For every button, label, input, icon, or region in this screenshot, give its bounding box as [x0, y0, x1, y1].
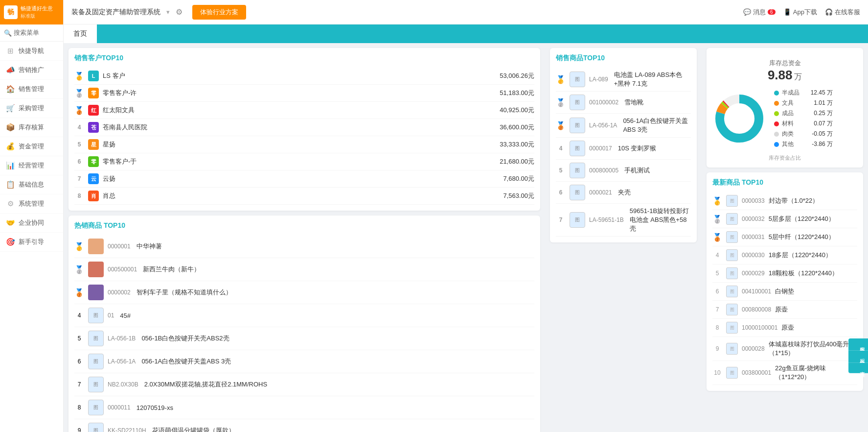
- nav-icon: 📋: [6, 180, 15, 189]
- customer-name: 肖总: [103, 192, 481, 200]
- legend-item: 其他 -3.86 万: [774, 140, 833, 148]
- legend-item: 半成品 12.45 万: [774, 89, 833, 97]
- messages-btn[interactable]: 💬 消息 6: [743, 8, 776, 17]
- legend-dot: [774, 91, 779, 96]
- product-code: 10000100001: [742, 324, 777, 331]
- product-thumb: 图: [726, 367, 738, 379]
- list-item: 🥈 000500001 新西兰牛肉（新牛）: [74, 258, 534, 281]
- app-download-btn[interactable]: 📱 App下载: [783, 8, 817, 17]
- product-name: 18颗粒板（1220*2440）: [769, 269, 857, 278]
- sidebar-item-采购管理[interactable]: 🛒采购管理: [0, 99, 63, 118]
- rank-number: 7: [74, 175, 84, 182]
- legend-dot: [774, 121, 779, 126]
- legend-label: 半成品: [782, 89, 808, 97]
- topbar-right: 💬 消息 6 📱 App下载 🎧 在线客服: [743, 8, 860, 17]
- rank-number: 7: [712, 306, 722, 313]
- sidebar-item-基础信息[interactable]: 📋基础信息: [0, 175, 63, 194]
- inventory-amount-display: 9.88 万: [712, 68, 857, 83]
- tab-home[interactable]: 首页: [64, 24, 97, 43]
- sidebar-logo: 畅 畅捷通好生意 标准版: [0, 0, 63, 24]
- topbar-dropdown-icon[interactable]: ▾: [166, 8, 170, 16]
- product-code: 000800005: [589, 167, 618, 174]
- product-code: NB2.0X30B: [108, 381, 138, 388]
- float-btn-客服热线[interactable]: 客服热线: [848, 338, 868, 351]
- sidebar-item-label: 营销推广: [19, 66, 44, 74]
- list-item: 🥉 图 LA-056-1A 056-1A白色按键开关盖ABS 3壳: [556, 114, 691, 138]
- list-item: 8 图 10000100001 原壶: [712, 319, 857, 337]
- sidebar-item-销售管理[interactable]: 🏠销售管理: [0, 80, 63, 99]
- medal-icon: 🥇: [74, 242, 84, 251]
- product-code: 0000021: [589, 189, 612, 196]
- float-btn-服务社区[interactable]: 服务社区: [848, 351, 868, 363]
- product-thumb: 图: [726, 195, 738, 207]
- customer-amount: 21,680.00元: [485, 157, 534, 166]
- hot-products-title: 热销商品 TOP10: [74, 221, 534, 230]
- topbar: 装备及固定资产辅助管理系统 ▾ ⚙ 体验行业方案 💬 消息 6 📱 App下载 …: [64, 0, 868, 24]
- product-code: 0000011: [108, 404, 131, 411]
- product-name: 5层中纤（1220*2440）: [769, 233, 857, 241]
- sidebar-item-系统管理[interactable]: ⚙系统管理: [0, 194, 63, 214]
- medal-icon: 🥇: [556, 75, 566, 84]
- medal-icon: 🥉: [556, 121, 566, 130]
- sidebar-item-label: 资金管理: [19, 142, 44, 151]
- product-code: 003800001: [742, 369, 771, 376]
- product-name: 体城嘉枝味苏打饮品400毫升（1*15）: [769, 340, 857, 358]
- rank-number: 6: [556, 189, 566, 196]
- sidebar-item-label: 基础信息: [19, 180, 44, 189]
- legend-dot: [774, 111, 779, 116]
- table-row: 🥉 红 红太阳文具 40,925.00元: [74, 102, 534, 119]
- product-thumb: [88, 285, 104, 300]
- main-area: 装备及固定资产辅助管理系统 ▾ ⚙ 体验行业方案 💬 消息 6 📱 App下载 …: [64, 0, 868, 432]
- topbar-settings-btn[interactable]: ⚙: [176, 7, 183, 17]
- sidebar-item-营销推广[interactable]: 📣营销推广: [0, 61, 63, 80]
- sidebar-item-label: 系统管理: [19, 199, 44, 208]
- sidebar-item-快捷导航[interactable]: ⊞快捷导航: [0, 42, 63, 61]
- legend-item: 文具 1.01 万: [774, 99, 833, 107]
- product-thumb: 图: [726, 304, 738, 315]
- product-thumb: 图: [88, 308, 104, 323]
- sidebar-item-资金管理[interactable]: 💰资金管理: [0, 137, 63, 156]
- rank-number: 6: [712, 288, 722, 295]
- sidebar-item-企业协同[interactable]: 🤝企业协同: [0, 214, 63, 233]
- list-item: 5 图 0000029 18颗粒板（1220*2440）: [712, 264, 857, 283]
- legend-label: 材料: [782, 120, 811, 128]
- newest-products-list: 🥇 图 0000033 封边带（1.0*22） 🥈 图 0000032 5层多层…: [712, 192, 857, 385]
- sidebar-search[interactable]: 🔍 搜索菜单: [0, 24, 63, 42]
- legend-label: 文具: [782, 99, 811, 107]
- rank-number: 9: [74, 427, 84, 432]
- list-item: 5 图 000800005 手机测试: [556, 160, 691, 182]
- rank-number: 9: [712, 345, 722, 352]
- list-item: 6 图 0000021 夹壳: [556, 182, 691, 204]
- legend-value: -3.86 万: [812, 140, 833, 148]
- customer-name: 星扬: [103, 140, 481, 149]
- trial-btn[interactable]: 体验行业方案: [192, 5, 246, 20]
- sidebar-item-经营管理[interactable]: 📊经营管理: [0, 156, 63, 175]
- customer-amount: 51,183.00元: [485, 89, 534, 97]
- inventory-total: 库存总资金 9.88 万: [712, 54, 857, 85]
- rank-number: 4: [712, 252, 722, 259]
- sidebar-item-label: 经营管理: [19, 161, 44, 170]
- list-item: 7 图 LA-59651-1B 59651-1B旋转投影灯电池盒 ABS黑色+5…: [556, 204, 691, 237]
- medal-icon: 🥉: [74, 288, 84, 297]
- sidebar-item-新手引导[interactable]: 🎯新手引导: [0, 233, 63, 252]
- online-service-btn[interactable]: 🎧 在线客服: [825, 8, 860, 17]
- rank-number: 5: [712, 270, 722, 277]
- sidebar-item-库存核算[interactable]: 📦库存核算: [0, 118, 63, 137]
- rank-number: 6: [74, 358, 84, 365]
- product-name: 10S 变刺罗猴: [618, 144, 691, 153]
- mid-products-list: 🥇 图 LA-089 电池盖 LA-089 ABS本色+黑种 7.1克 🥈 图 …: [556, 68, 691, 237]
- product-code: 0000033: [742, 197, 765, 204]
- float-btn-直播[interactable]: 直播: [848, 363, 868, 373]
- product-name: 056-1A白色按键开关盖ABS 3壳: [623, 117, 691, 134]
- product-thumb: 图: [570, 141, 585, 156]
- rank-number: 5: [74, 141, 84, 148]
- list-item: 4 图 0000030 18多层（1220*2440）: [712, 246, 857, 264]
- product-thumb: 图: [88, 423, 104, 432]
- legend-item: 材料 0.07 万: [774, 120, 833, 128]
- product-code: 01: [108, 312, 114, 319]
- customer-badge: 肖: [88, 191, 99, 201]
- nav-icon: 🛒: [6, 104, 15, 113]
- svg-point-5: [725, 104, 754, 133]
- mid-panel: 销售商品TOP10 🥇 图 LA-089 电池盖 LA-089 ABS本色+黑种…: [545, 43, 702, 432]
- newest-products-card: 最新商品 TOP10 🥇 图 0000033 封边带（1.0*22） 🥈 图 0…: [707, 172, 863, 391]
